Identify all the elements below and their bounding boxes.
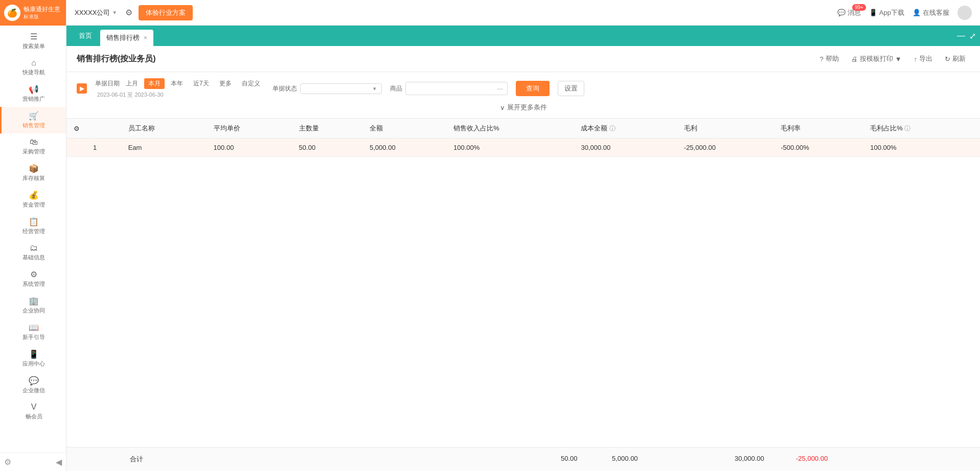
sidebar-item-label: 基础信息 xyxy=(22,254,45,261)
sidebar-item-inventory[interactable]: 📦 库存核算 xyxy=(0,160,66,186)
col-amount: 全额 xyxy=(363,119,447,139)
user-avatar[interactable] xyxy=(958,6,972,20)
company-name: XXXXX公司 xyxy=(75,8,110,17)
sidebar-item-marketing[interactable]: 📢 营销推广 xyxy=(0,80,66,107)
sidebar: 🍊 畅康通好生意 标准版 ☰ 搜索菜单 ⌂ 快捷导航 📢 营销推广 🛒 销售管理… xyxy=(0,0,66,471)
trial-button[interactable]: 体验行业方案 xyxy=(139,5,193,20)
cell-name: Eam xyxy=(122,139,208,157)
col-qty: 主数量 xyxy=(293,119,363,139)
col-gross-pct: 毛利占比% ⓘ xyxy=(864,119,980,139)
sidebar-menu: ☰ 搜索菜单 ⌂ 快捷导航 📢 营销推广 🛒 销售管理 🛍 采购管理 📦 库存核… xyxy=(0,26,66,453)
sidebar-item-label: 新手引导 xyxy=(22,333,45,341)
sidebar-item-sales[interactable]: 🛒 销售管理 xyxy=(0,107,66,133)
query-button[interactable]: 查询 xyxy=(516,81,550,96)
inventory-icon: 📦 xyxy=(29,164,39,173)
tab-maximize-icon[interactable]: ⤢ xyxy=(969,31,976,41)
footer-amount: 5,000.00 xyxy=(606,453,667,466)
system-icon: ⚙ xyxy=(30,270,37,279)
enterprise-icon: 🏢 xyxy=(29,296,39,306)
cell-qty: 50.00 xyxy=(293,139,363,157)
sidebar-item-search[interactable]: ☰ 搜索菜单 xyxy=(0,28,66,54)
top-header: XXXXX公司 ▼ ⚙ 体验行业方案 💬 消息 99+ 📱 App下载 👤 在线… xyxy=(66,0,980,26)
date-tab-more[interactable]: 更多 xyxy=(215,78,236,89)
refresh-button[interactable]: ↻ 刷新 xyxy=(941,52,970,65)
logo-subtitle: 标准版 xyxy=(24,13,60,20)
app-download-action[interactable]: 📱 App下载 xyxy=(869,8,904,17)
company-chevron-icon: ▼ xyxy=(112,10,117,15)
date-tab-7days[interactable]: 近7天 xyxy=(189,78,213,89)
footer-row: 合计 50.00 5,000.00 30,000.00 -25,000.00 xyxy=(73,453,974,466)
table-row: 1 Eam 100.00 50.00 5,000.00 100.00% 30,0… xyxy=(66,139,980,157)
sidebar-bottom: ⚙ ◀ xyxy=(0,453,66,471)
main-area: XXXXX公司 ▼ ⚙ 体验行业方案 💬 消息 99+ 📱 App下载 👤 在线… xyxy=(66,0,980,471)
help-button[interactable]: ? 帮助 xyxy=(815,52,842,65)
help-icon: ? xyxy=(819,55,823,63)
page-actions: ? 帮助 🖨 按模板打印 ▼ ↑ 导出 ↻ 刷新 xyxy=(815,52,970,65)
sidebar-item-wechat[interactable]: 💬 企业微信 xyxy=(0,372,66,398)
home-icon: ⌂ xyxy=(31,58,36,68)
sidebar-item-label: 企业微信 xyxy=(22,387,45,394)
date-tab-custom[interactable]: 自定义 xyxy=(238,78,264,89)
goods-input[interactable]: ··· xyxy=(405,82,508,95)
sidebar-item-finance[interactable]: 💰 资金管理 xyxy=(0,186,66,213)
company-selector[interactable]: XXXXX公司 ▼ xyxy=(75,8,117,17)
table-settings-icon[interactable]: ⚙ xyxy=(74,125,80,132)
sidebar-item-label: 采购管理 xyxy=(22,148,45,155)
sidebar-item-label: 资金管理 xyxy=(22,201,45,209)
sidebar-item-label: 经营管理 xyxy=(22,228,45,235)
sidebar-item-enterprise[interactable]: 🏢 企业协同 xyxy=(0,292,66,319)
print-template-button[interactable]: 🖨 按模板打印 ▼ xyxy=(847,52,906,65)
export-button[interactable]: ↑ 导出 xyxy=(910,52,937,65)
sidebar-item-operations[interactable]: 📋 经营管理 xyxy=(0,213,66,239)
filter-arrow-icon[interactable]: ▶ xyxy=(77,83,87,94)
sidebar-item-purchase[interactable]: 🛍 采购管理 xyxy=(0,133,66,160)
tab-close-icon[interactable]: × xyxy=(144,34,147,41)
purchase-icon: 🛍 xyxy=(30,138,38,147)
cost-info-icon[interactable]: ⓘ xyxy=(609,125,616,132)
tab-sales-ranking[interactable]: 销售排行榜 × xyxy=(100,30,153,46)
sidebar-settings-icon[interactable]: ⚙ xyxy=(4,457,11,467)
col-sales-pct: 销售收入占比% xyxy=(447,119,575,139)
online-support-action[interactable]: 👤 在线客服 xyxy=(913,8,949,17)
tab-home[interactable]: 首页 xyxy=(71,26,100,46)
cell-sales-pct: 100.00% xyxy=(447,139,575,157)
sidebar-collapse-icon[interactable]: ◀ xyxy=(56,457,62,467)
col-avg-price: 平均单价 xyxy=(208,119,293,139)
search-menu-icon: ☰ xyxy=(30,32,37,41)
cell-gross-pct: 100.00% xyxy=(864,139,980,157)
sidebar-item-apps[interactable]: 📱 应用中心 xyxy=(0,345,66,372)
col-cost: 成本全额 ⓘ xyxy=(575,119,677,139)
header-settings-icon[interactable]: ⚙ xyxy=(125,8,132,17)
sidebar-item-quicknav[interactable]: ⌂ 快捷导航 xyxy=(0,54,66,80)
status-chevron-icon: ▼ xyxy=(372,86,377,92)
data-table: ⚙ 员工名称 平均单价 主数量 全额 销售收入占比% 成本全额 ⓘ 毛利 xyxy=(66,119,980,157)
expand-filter-button[interactable]: ∨ 展开更多条件 xyxy=(77,103,970,112)
sidebar-item-member[interactable]: V 畅会员 xyxy=(0,398,66,424)
finance-icon: 💰 xyxy=(29,190,39,200)
filter-settings-button[interactable]: 设置 xyxy=(558,81,584,96)
sales-icon: 🛒 xyxy=(29,111,39,121)
col-gross-rate: 毛利率 xyxy=(774,119,864,139)
col-settings: ⚙ xyxy=(66,119,87,139)
date-tab-this-year[interactable]: 本年 xyxy=(167,78,187,89)
message-action[interactable]: 💬 消息 99+ xyxy=(837,8,861,17)
sidebar-item-system[interactable]: ⚙ 系统管理 xyxy=(0,265,66,292)
sidebar-item-basics[interactable]: 🗂 基础信息 xyxy=(0,239,66,265)
col-rank xyxy=(87,119,122,139)
footer-qty: 50.00 xyxy=(555,453,606,466)
date-tab-last-month[interactable]: 上月 xyxy=(122,78,142,89)
app-icon: 📱 xyxy=(869,9,877,16)
col-gross: 毛利 xyxy=(678,119,774,139)
status-select[interactable]: ▼ xyxy=(300,83,382,94)
goods-dots-icon[interactable]: ··· xyxy=(497,84,503,93)
header-right: 💬 消息 99+ 📱 App下载 👤 在线客服 xyxy=(837,6,972,20)
expand-chevron-icon: ∨ xyxy=(500,104,505,111)
sidebar-item-label: 销售管理 xyxy=(22,122,45,129)
date-tab-this-month[interactable]: 本月 xyxy=(144,78,165,89)
sidebar-logo: 🍊 畅康通好生意 标准版 xyxy=(0,0,66,26)
apps-icon: 📱 xyxy=(29,349,39,359)
sidebar-item-label: 快捷导航 xyxy=(22,69,45,76)
sidebar-item-guide[interactable]: 📖 新手引导 xyxy=(0,319,66,345)
gross-pct-info-icon[interactable]: ⓘ xyxy=(904,125,910,132)
tab-minimize-icon[interactable]: — xyxy=(957,31,965,41)
